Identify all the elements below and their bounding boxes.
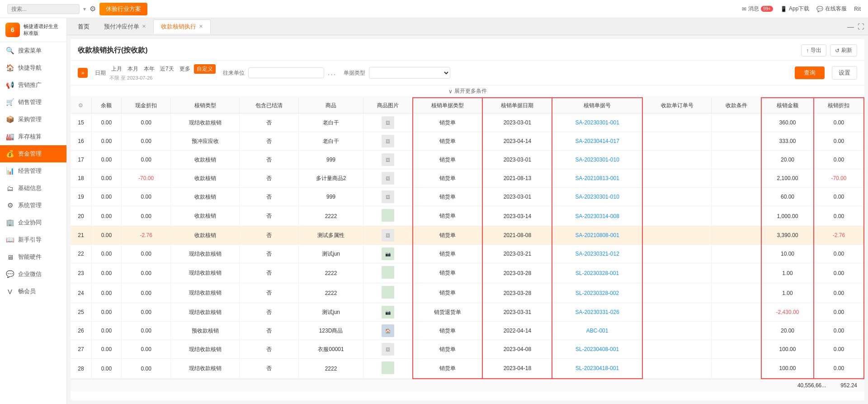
cell-product-image xyxy=(363,263,413,283)
table-row[interactable]: 17 0.00 0.00 收款核销 否 999 🖼 销货单 2023-03-01… xyxy=(71,151,864,169)
bill-no-link[interactable]: SL-20230328-001 xyxy=(576,270,619,276)
expand-button[interactable]: ∨ 展开更多条件 xyxy=(448,87,487,95)
page-content: 收款核销执行(按收款) ↑ 导出 ↺ 刷新 » xyxy=(67,35,868,404)
table-row[interactable]: 25 0.00 0.00 现结收款核销 否 测试jun 📷 销货退货单 2023… xyxy=(71,303,864,322)
export-button[interactable]: ↑ 导出 xyxy=(801,44,826,57)
industry-btn[interactable]: 休验行业方案 xyxy=(99,3,147,15)
bill-no-link[interactable]: SL-20230328-002 xyxy=(576,290,619,296)
online-service-item[interactable]: 💬 在线客服 xyxy=(816,5,847,13)
sidebar-item-hardware[interactable]: 🖥智能硬件 xyxy=(0,248,66,266)
filter-toggle-button[interactable]: » xyxy=(78,68,88,78)
sidebar-item-quicknav[interactable]: 🏠快捷导航 xyxy=(0,59,66,76)
bill-no-link[interactable]: ABC-001 xyxy=(586,328,609,334)
date-label: 日期 xyxy=(95,69,106,77)
user-avatar[interactable]: Rit xyxy=(854,6,861,12)
cell-product: 老白干 xyxy=(299,132,363,151)
cell-collection-order xyxy=(642,188,712,206)
cell-product-image xyxy=(363,283,413,303)
tab-minimize-button[interactable]: — xyxy=(847,23,854,30)
table-row[interactable]: 16 0.00 0.00 预冲应应收 否 老白干 🖼 销货单 2023-04-1… xyxy=(71,132,864,151)
settings-button[interactable]: 设置 xyxy=(832,66,857,80)
cell-writeoff-amount: 2,100.00 xyxy=(761,169,814,188)
sidebar-item-guide[interactable]: 📖新手引导 xyxy=(0,231,66,248)
bill-no-link[interactable]: SA-20230301-010 xyxy=(575,194,619,200)
bill-no-link[interactable]: SL-20230418-001 xyxy=(576,365,619,371)
bill-no-link[interactable]: SA-20210813-001 xyxy=(575,175,619,181)
total-amount: 40,556,66... xyxy=(797,382,826,389)
sidebar-item-finance[interactable]: 💰资金管理 xyxy=(0,145,66,162)
cell-include-settled: 否 xyxy=(240,322,299,340)
refresh-button[interactable]: ↺ 刷新 xyxy=(830,44,857,57)
table-row[interactable]: 28 0.00 0.00 现结收款核销 否 2222 销货单 2023-04-1… xyxy=(71,359,864,379)
bill-no-link[interactable]: SL-20230408-001 xyxy=(576,346,619,352)
bill-type-select[interactable] xyxy=(369,67,450,79)
gear-button[interactable]: ⚙ xyxy=(90,5,96,13)
sidebar-item-member[interactable]: V畅会员 xyxy=(0,283,66,300)
date-this-year[interactable]: 本年 xyxy=(142,64,156,74)
bill-no-link[interactable]: SA-20230331-026 xyxy=(575,309,619,315)
cell-balance: 0.00 xyxy=(91,132,121,151)
cell-bill-no: SA-20230414-017 xyxy=(552,132,642,151)
date-7days[interactable]: 近7天 xyxy=(158,64,176,74)
sidebar-item-inventory[interactable]: 🏭库存核算 xyxy=(0,128,66,145)
tab-collection-close[interactable]: ✕ xyxy=(199,24,203,29)
date-more[interactable]: 更多 xyxy=(178,64,192,74)
cell-writeoff-type: 现结收款核销 xyxy=(171,245,240,263)
bill-no-link[interactable]: SA-20230314-008 xyxy=(575,213,619,219)
sidebar-nav: 🔍搜索菜单🏠快捷导航📢营销推广🛒销售管理📦采购管理🏭库存核算💰资金管理📊经营管理… xyxy=(0,42,66,404)
table-row[interactable]: 23 0.00 0.00 现结收款核销 否 2222 销货单 2023-03-2… xyxy=(71,263,864,283)
cell-row-no: 16 xyxy=(71,132,91,151)
cell-collection-order xyxy=(642,114,712,132)
bill-no-link[interactable]: SA-20210808-001 xyxy=(575,232,619,238)
cell-writeoff-discount: 0.00 xyxy=(814,263,864,283)
sidebar-item-label: 畅会员 xyxy=(18,287,36,295)
query-button[interactable]: 查询 xyxy=(795,67,825,79)
sidebar-item-wechat[interactable]: 💬企业微信 xyxy=(0,266,66,283)
table-row[interactable]: 26 0.00 0.00 预收款核销 否 123D商品 🏠 销货单 2022-0… xyxy=(71,322,864,340)
sidebar-item-basic[interactable]: 🗂基础信息 xyxy=(0,180,66,197)
tab-prepay-close[interactable]: ✕ xyxy=(142,24,146,29)
date-custom[interactable]: 自定义 xyxy=(194,64,216,74)
sidebar-item-corp[interactable]: 🏢企业协同 xyxy=(0,214,66,231)
tab-prepay[interactable]: 预付冲应付单 ✕ xyxy=(97,20,153,33)
tab-collection[interactable]: 收款核销执行 ✕ xyxy=(153,19,211,34)
cell-product-image: 🖼 xyxy=(363,132,413,151)
bill-no-link[interactable]: SA-20230414-017 xyxy=(575,138,619,144)
cell-collection-terms xyxy=(712,206,761,226)
table-row[interactable]: 24 0.00 0.00 现结收款核销 否 2222 销货单 2023-03-2… xyxy=(71,283,864,303)
tab-maximize-button[interactable]: ⛶ xyxy=(858,23,864,30)
cell-bill-date: 2023-03-21 xyxy=(482,245,552,263)
bill-no-link[interactable]: SA-20230321-012 xyxy=(575,251,619,257)
table-row[interactable]: 18 0.00 -70.00 收款核销 否 多计量商品2 🖼 销货单 2021-… xyxy=(71,169,864,188)
thumbnail: 🖼 xyxy=(382,229,394,242)
table-row[interactable]: 20 0.00 0.00 收款核销 否 2222 销货单 2023-03-14 … xyxy=(71,206,864,226)
col-settings-header[interactable]: ⚙ xyxy=(71,98,91,114)
sidebar-item-search[interactable]: 🔍搜索菜单 xyxy=(0,42,66,59)
table-row[interactable]: 22 0.00 0.00 现结收款核销 否 测试jun 📷 销货单 2023-0… xyxy=(71,245,864,263)
table-row[interactable]: 19 0.00 0.00 收款核销 否 999 🖼 销货单 2023-03-01… xyxy=(71,188,864,206)
sidebar-item-sales[interactable]: 🛒销售管理 xyxy=(0,94,66,111)
sidebar-item-purchase[interactable]: 📦采购管理 xyxy=(0,111,66,128)
partner-input[interactable] xyxy=(248,67,324,78)
sidebar-item-system[interactable]: ⚙系统管理 xyxy=(0,197,66,214)
cell-balance: 0.00 xyxy=(91,169,121,188)
tab-home[interactable]: 首页 xyxy=(71,20,97,33)
message-item[interactable]: ✉ 消息 99+ xyxy=(742,5,773,13)
table-row[interactable]: 27 0.00 0.00 现结收款核销 否 衣服00001 🖼 销货单 2023… xyxy=(71,340,864,359)
bill-no-link[interactable]: SA-20230301-001 xyxy=(575,119,619,126)
sidebar-item-marketing[interactable]: 📢营销推广 xyxy=(0,76,66,94)
col-bill-report-type-header: 核销单据类型 xyxy=(413,98,482,114)
cell-include-settled: 否 xyxy=(240,283,299,303)
date-last-month[interactable]: 上月 xyxy=(109,64,124,74)
bill-no-link[interactable]: SA-20230301-010 xyxy=(575,157,619,163)
cell-writeoff-discount: 0.00 xyxy=(814,322,864,340)
service-label: 在线客服 xyxy=(825,5,847,13)
table-row[interactable]: 21 0.00 -2.76 收款核销 否 测试多属性 🖼 销货单 2021-08… xyxy=(71,226,864,245)
cell-bill-date: 2023-03-01 xyxy=(482,151,552,169)
date-this-month[interactable]: 本月 xyxy=(126,64,140,74)
table-row[interactable]: 15 0.00 0.00 现结收款核销 否 老白干 🖼 销货单 2023-03-… xyxy=(71,114,864,132)
sidebar-item-operations[interactable]: 📊经营管理 xyxy=(0,162,66,180)
search-input[interactable] xyxy=(7,4,80,14)
app-download-item[interactable]: 📱 App下载 xyxy=(780,5,809,13)
cell-bill-no: SA-20230331-026 xyxy=(552,303,642,322)
